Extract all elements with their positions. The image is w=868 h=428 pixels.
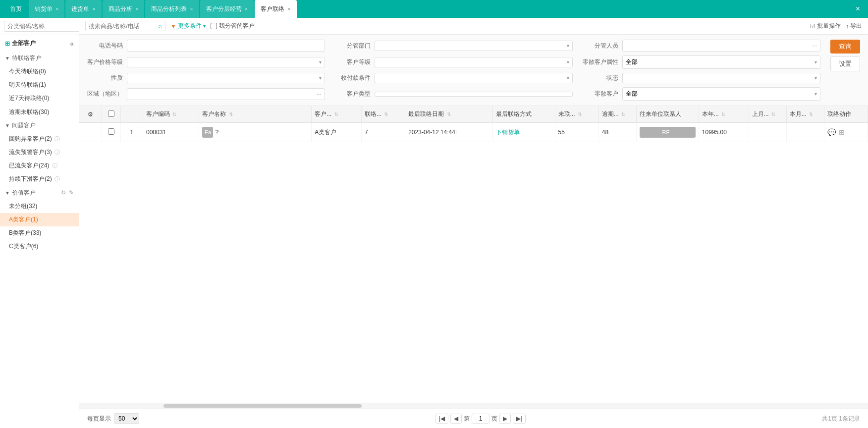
col-uncontact[interactable]: 未联... ⇅ <box>555 106 598 123</box>
row-checkbox[interactable] <box>102 123 120 142</box>
sidebar-item-churn-warning[interactable]: 流失预警客户(3) ⓘ <box>0 146 79 159</box>
page-number-input[interactable] <box>472 414 489 424</box>
scrollbar-thumb[interactable] <box>163 404 362 408</box>
value-section[interactable]: ▼ 价值客户 ↻ ✎ <box>0 186 79 200</box>
filter-row-2: 客户价格等级 ▾ 客户等级 ▾ <box>87 55 820 69</box>
region-select[interactable]: ··· <box>127 88 325 100</box>
chevron-down-icon: ▾ <box>567 59 569 65</box>
col-lastmonth[interactable]: 上月... ⇅ <box>749 106 786 123</box>
close-icon[interactable]: × <box>92 6 95 12</box>
col-contact[interactable]: 联络... ⇅ <box>362 106 405 123</box>
info-icon: ⓘ <box>54 149 60 155</box>
prev-page-btn[interactable]: ◀ <box>450 414 462 424</box>
nature-select[interactable]: ▾ <box>127 73 325 83</box>
sidebar-item-c-class[interactable]: C类客户(6) <box>0 240 79 253</box>
close-icon[interactable]: × <box>287 6 290 12</box>
sidebar-item-churned[interactable]: 已流失客户(24) ⓘ <box>0 159 79 172</box>
arrow-icon: ▼ <box>5 190 10 196</box>
page-size-select[interactable]: 50 100 200 <box>114 413 139 424</box>
sidebar-item-today[interactable]: 今天待联络(0) <box>0 65 79 78</box>
next-page-btn[interactable]: ▶ <box>499 414 511 424</box>
row-uncontact-days: 55 <box>555 123 598 142</box>
col-type[interactable]: 客户... ⇅ <box>312 106 362 123</box>
tab-customer-contact[interactable]: 客户联络 × <box>255 0 296 18</box>
col-date[interactable]: 最后联络日期 ⇅ <box>405 106 492 123</box>
total-info: 共1页 1条记录 <box>822 415 860 423</box>
status-select[interactable]: ▾ <box>622 73 820 83</box>
retail-customer-select[interactable]: 全部 ▾ <box>622 87 820 101</box>
close-icon[interactable]: × <box>55 6 58 12</box>
my-customers-check[interactable] <box>211 23 217 29</box>
col-way: 最后联络方式 <box>492 106 555 123</box>
export-btn[interactable]: ↑ 导出 <box>846 22 862 30</box>
col-code[interactable]: 客户编码 ⇅ <box>143 106 199 123</box>
qr-icon[interactable]: ⊞ <box>839 128 845 136</box>
more-conditions-btn[interactable]: ▼ 更多条件 ▾ <box>170 22 206 30</box>
sidebar-item-tomorrow[interactable]: 明天待联络(1) <box>0 78 79 92</box>
col-checkbox[interactable] <box>102 106 120 123</box>
close-all-icon[interactable]: × <box>852 4 864 13</box>
my-customers-checkbox[interactable]: 我分管的客户 <box>211 22 255 30</box>
message-icon[interactable]: 💬 <box>827 128 836 136</box>
horizontal-scrollbar[interactable] <box>79 403 868 409</box>
dept-select[interactable]: ▾ <box>375 41 573 51</box>
sidebar-search-input[interactable] <box>4 21 79 32</box>
sidebar-all-customers[interactable]: ⊞ 全部客户 « <box>0 35 79 52</box>
collapse-icon[interactable]: « <box>70 40 74 48</box>
sort-icon: ⇅ <box>384 111 388 117</box>
col-settings[interactable]: ⚙ <box>79 106 102 123</box>
payment-select[interactable]: ▾ <box>375 73 573 83</box>
close-icon[interactable]: × <box>245 6 248 12</box>
price-level-field: 客户价格等级 ▾ <box>87 57 325 67</box>
sidebar-item-7days[interactable]: 近7天待联络(0) <box>0 92 79 105</box>
customer-level-select[interactable]: ▾ <box>375 57 573 67</box>
customer-type-select[interactable] <box>375 92 573 97</box>
tab-sales[interactable]: 销货单 × <box>29 0 64 18</box>
customer-level-field: 客户等级 ▾ <box>335 57 573 67</box>
close-icon[interactable]: × <box>190 6 193 12</box>
tab-customer-tier[interactable]: 客户分层经营 × <box>200 0 254 18</box>
row-last-contact-way[interactable]: 下销货单 <box>492 123 555 142</box>
problem-section[interactable]: ▼ 问题客户 <box>0 119 79 132</box>
sidebar-item-overdue[interactable]: 逾期未联络(30) <box>0 106 79 119</box>
price-level-select[interactable]: ▾ <box>127 57 325 67</box>
refresh-icon[interactable]: ↻ <box>61 189 66 196</box>
first-page-btn[interactable]: |◀ <box>435 414 448 424</box>
pending-section[interactable]: ▼ 待联络客户 <box>0 52 79 65</box>
col-thisyear[interactable]: 本年... ⇅ <box>699 106 749 123</box>
chevron-down-icon: ▾ <box>203 23 206 29</box>
search-icon[interactable]: ⌕ <box>158 22 162 30</box>
sidebar-item-ungroup[interactable]: 未分组(32) <box>0 200 79 213</box>
col-thismonth[interactable]: 本月... ⇅ <box>786 106 824 123</box>
sidebar-item-a-class[interactable]: A类客户(1) <box>0 213 79 226</box>
tab-product-analysis[interactable]: 商品分析 × <box>103 0 144 18</box>
row-overdue-days: 48 <box>598 123 636 142</box>
select-all-checkbox[interactable] <box>108 110 114 117</box>
tab-home[interactable]: 首页 <box>4 0 28 18</box>
table-row[interactable]: 1 000031 Ea ? A类客户 7 2023-04-12 14:44: 下… <box>79 123 868 142</box>
edit-icon[interactable]: ✎ <box>69 189 74 196</box>
sidebar-item-b-class[interactable]: B类客户(33) <box>0 226 79 240</box>
row-last-month <box>749 123 786 142</box>
close-icon[interactable]: × <box>135 6 138 12</box>
setting-button[interactable]: 设置 <box>830 56 860 71</box>
last-page-btn[interactable]: ▶| <box>513 414 526 424</box>
col-name[interactable]: 客户名称 ⇅ <box>199 106 312 123</box>
retail-attr-select[interactable]: 全部 ▾ <box>622 55 820 69</box>
region-field: 区域（地区） ··· <box>87 88 325 100</box>
sidebar-item-declining[interactable]: 持续下滑客户(2) ⓘ <box>0 172 79 186</box>
filter-search-input[interactable] <box>89 23 158 30</box>
phone-input[interactable] <box>127 40 325 52</box>
person-select[interactable]: ··· <box>622 40 820 52</box>
row-contact-count: 7 <box>362 123 405 142</box>
row-check[interactable] <box>108 128 114 135</box>
tab-product-list[interactable]: 商品分析列表 × <box>145 0 199 18</box>
export-icon: ↑ <box>846 23 849 30</box>
query-button[interactable]: 查询 <box>830 40 860 54</box>
sidebar-item-abnormal[interactable]: 回购异常客户(2) ⓘ <box>0 132 79 146</box>
tab-purchase[interactable]: 进货单 × <box>65 0 101 18</box>
batch-op-btn[interactable]: ☑ 批量操作 <box>810 22 841 30</box>
app-root: 首页 销货单 × 进货单 × 商品分析 × 商品分析列表 × 客户分层经营 × … <box>0 0 868 428</box>
col-action: 联络动作 <box>824 106 868 123</box>
col-overdue[interactable]: 逾期... ⇅ <box>598 106 636 123</box>
